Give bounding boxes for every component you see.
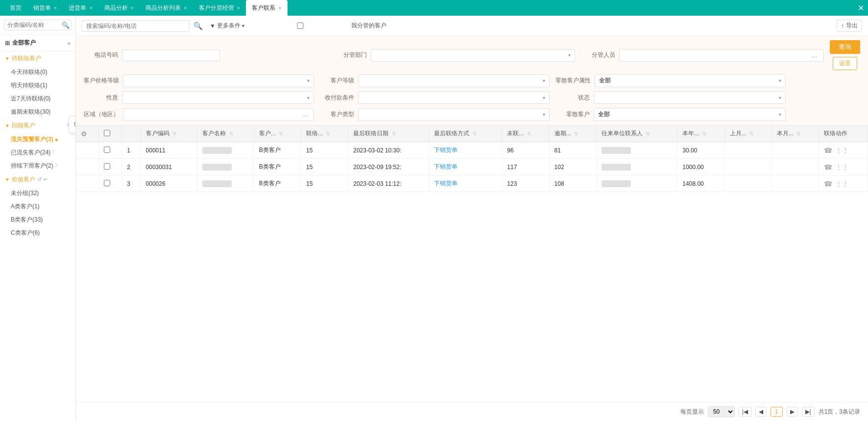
tab-close-sales-order[interactable]: ×	[54, 5, 57, 11]
phone-input[interactable]	[122, 50, 220, 61]
contact-col-header: 联络... ⇅	[301, 125, 348, 142]
area-select[interactable]: …	[123, 108, 314, 121]
more-action-icon-0[interactable]: ⋮⋮	[835, 147, 849, 154]
more-action-icon-1[interactable]: ⋮⋮	[835, 163, 849, 171]
this-month-sort-icon[interactable]: ⇅	[796, 131, 800, 136]
contact-method-link-1[interactable]: 下销货单	[434, 163, 458, 170]
this-year-sort-icon[interactable]: ⇅	[702, 131, 706, 136]
unit-contact-cell-0	[596, 142, 677, 159]
sidebar-item-class-a[interactable]: A类客户(1)	[0, 200, 75, 213]
person-dots[interactable]: …	[810, 52, 820, 59]
contact-sort-icon[interactable]: ⇅	[326, 131, 330, 136]
prev-page-button[interactable]: ◀	[755, 407, 767, 417]
last-month-cell-2	[724, 175, 772, 192]
my-customers-checkbox-label[interactable]: 我分管的客户	[251, 22, 386, 30]
last-date-sort-icon[interactable]: ⇅	[392, 131, 396, 136]
sidebar-item-overdue-contact[interactable]: 逾期未联络(30)	[0, 105, 75, 119]
this-month-cell-0	[772, 142, 819, 159]
export-button[interactable]: ↑ 导出	[837, 20, 862, 32]
data-table: ⚙ 客户编码 ⇅ 客户名称 ⇅	[76, 125, 868, 192]
zero-retail-attr-select[interactable]: 全部 ▾	[595, 74, 786, 87]
tab-product-analysis[interactable]: 商品分析 ×	[98, 0, 140, 16]
edit-icon[interactable]: ✏	[43, 176, 48, 183]
tab-close-customer-tier[interactable]: ×	[237, 5, 240, 11]
sidebar-item-churned[interactable]: 已流失客户(24) ?	[0, 146, 75, 159]
payment-select[interactable]: ▾	[358, 91, 550, 104]
last-method-sort-icon[interactable]: ⇅	[473, 131, 477, 136]
settings-cell-2	[76, 175, 98, 192]
last-page-button[interactable]: ▶|	[802, 407, 815, 417]
all-customers-item[interactable]: ⊞ 全部客户 «	[0, 35, 75, 51]
unit-contact-sort-icon[interactable]: ⇅	[646, 131, 650, 136]
close-window-button[interactable]: ✕	[858, 3, 864, 13]
section-review-customers[interactable]: ▼ 回顾客户	[0, 119, 75, 133]
refresh-icon[interactable]: ↺	[37, 176, 42, 183]
area-dots[interactable]: …	[300, 111, 310, 118]
row-checkbox-2[interactable]	[104, 180, 110, 186]
this-year-cell-0: 30.00	[677, 142, 724, 159]
contact-method-link-2[interactable]: 下销货单	[434, 180, 458, 187]
overdue-sort-icon[interactable]: ⇅	[574, 131, 578, 136]
sidebar-item-churn-warning[interactable]: 流失预警客户(3) ●	[0, 133, 75, 146]
sidebar-item-declining[interactable]: 持续下滑客户(2) ?	[0, 159, 75, 173]
level-cell-1: B类客户	[254, 159, 301, 175]
select-all-checkbox[interactable]	[104, 130, 110, 136]
last-contact-method-cell-1: 下销货单	[429, 159, 502, 175]
table-settings-icon[interactable]: ⚙	[81, 130, 87, 138]
customer-level-select[interactable]: ▾	[358, 74, 550, 87]
name-cell-2	[197, 175, 254, 192]
my-customers-checkbox[interactable]	[251, 23, 349, 29]
level-sort-icon[interactable]: ⇅	[279, 131, 283, 136]
sidebar-item-ungrouped[interactable]: 未分组(32)	[0, 187, 75, 200]
contact-action-icon-0[interactable]: ☎	[824, 147, 832, 154]
section-pending-contact[interactable]: ▼ 待联络客户	[0, 51, 75, 66]
tab-close-product-analysis-list[interactable]: ×	[184, 5, 187, 11]
sidebar-item-class-b[interactable]: B类客户(33)	[0, 213, 75, 226]
tab-close-customer-contact[interactable]: ×	[278, 5, 281, 11]
sidebar-item-class-c[interactable]: C类客户(6)	[0, 226, 75, 240]
first-page-button[interactable]: |◀	[739, 407, 751, 417]
contact-method-link-0[interactable]: 下销货单	[434, 147, 458, 153]
contact-action-icon-1[interactable]: ☎	[824, 163, 832, 171]
last-contact-method-col-header: 最后联络方式 ⇅	[429, 125, 502, 142]
contact-action-icon-2[interactable]: ☎	[824, 180, 832, 188]
next-page-button[interactable]: ▶	[787, 407, 798, 417]
person-select[interactable]: …	[619, 49, 824, 62]
status-select[interactable]: ▾	[594, 91, 786, 104]
search-button[interactable]: 🔍	[193, 22, 203, 30]
price-level-select[interactable]: ▾	[123, 74, 314, 87]
more-action-icon-2[interactable]: ⋮⋮	[835, 180, 849, 188]
tab-close-purchase-order[interactable]: ×	[89, 5, 92, 11]
code-sort-icon[interactable]: ⇅	[172, 131, 176, 136]
tab-home[interactable]: 首页	[4, 0, 27, 16]
sidebar-item-tomorrow-contact[interactable]: 明天待联络(1)	[0, 79, 75, 92]
row-checkbox-1[interactable]	[104, 163, 110, 170]
checkbox-col-header	[98, 125, 121, 142]
zero-retail-select[interactable]: 全部 ▾	[594, 108, 786, 121]
gender-select[interactable]: ▾	[122, 91, 314, 104]
row-checkbox-0[interactable]	[104, 147, 110, 153]
dept-select[interactable]: ▾	[371, 49, 576, 62]
filter-settings-button[interactable]: 设置	[833, 57, 857, 70]
customer-type-select[interactable]: ▾	[358, 108, 550, 121]
tab-purchase-order[interactable]: 进货单 ×	[63, 0, 98, 16]
uncontacted-col-header: 未联... ⇅	[502, 125, 549, 142]
sidebar-item-today-contact[interactable]: 今天待联络(0)	[0, 66, 75, 79]
tab-product-analysis-list[interactable]: 商品分析列表 ×	[140, 0, 193, 16]
name-sort-icon[interactable]: ⇅	[229, 131, 233, 136]
settings-cell-1	[76, 159, 98, 175]
per-page-select[interactable]: 50 100	[708, 406, 735, 417]
search-input[interactable]	[82, 20, 190, 32]
sidebar-item-7days-contact[interactable]: 近7天待联络(0)	[0, 92, 75, 105]
tab-customer-tier[interactable]: 客户分层经营 ×	[193, 0, 246, 16]
last-month-sort-icon[interactable]: ⇅	[749, 131, 753, 136]
query-button[interactable]: 查询	[830, 40, 860, 54]
more-conditions-button[interactable]: ▼ 更多条件 ▾	[207, 20, 247, 31]
unit-contact-cell-1	[596, 159, 677, 175]
tab-sales-order[interactable]: 销货单 ×	[27, 0, 63, 16]
tab-close-product-analysis[interactable]: ×	[131, 5, 134, 11]
section-review-customers-container: ▼ 回顾客户 90天未交易的客户，可能有流失风险。	[0, 119, 75, 133]
tab-customer-contact[interactable]: 客户联系 ×	[246, 0, 287, 16]
uncontacted-sort-icon[interactable]: ⇅	[527, 131, 531, 136]
section-value-customers[interactable]: ▼ 价值客户 ↺ ✏	[0, 173, 75, 187]
